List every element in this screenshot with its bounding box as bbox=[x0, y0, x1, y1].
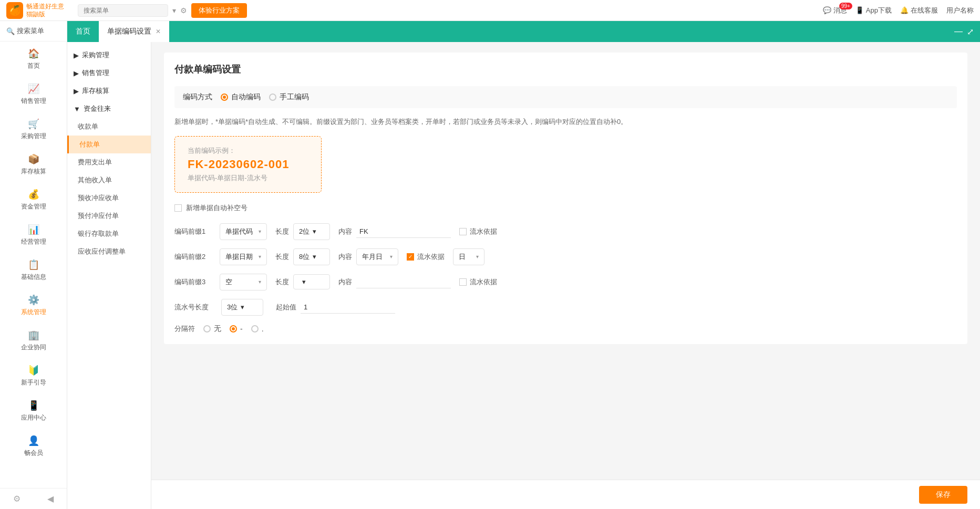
preview-desc: 单据代码-单据日期-流水号 bbox=[188, 173, 308, 183]
sub-menu-header-sales[interactable]: ▶ 销售管理 bbox=[67, 64, 151, 82]
top-search-input[interactable] bbox=[78, 4, 168, 17]
flow-check-1[interactable]: 流水依据 bbox=[459, 227, 497, 236]
sidebar-item-home[interactable]: 🏠 首页 bbox=[0, 41, 67, 77]
online-service-button[interactable]: 🔔 在线客服 bbox=[900, 6, 938, 15]
trial-button[interactable]: 体验行业方案 bbox=[191, 3, 247, 18]
separator-row: 分隔符 无 - . bbox=[174, 324, 957, 334]
serial-start: 起始值 bbox=[276, 301, 395, 314]
sidebar-item-enterprise[interactable]: 🏢 企业协同 bbox=[0, 323, 67, 358]
sub-menu-item-bank-deposit[interactable]: 银行存取款单 bbox=[67, 225, 151, 243]
basic-icon: 📋 bbox=[28, 259, 39, 271]
prefix2-select[interactable]: 单据日期 ▾ bbox=[220, 248, 267, 265]
auto-fill-checkbox[interactable] bbox=[174, 204, 182, 212]
sub-menu-item-other-income[interactable]: 其他收入单 bbox=[67, 171, 151, 189]
content2-select[interactable]: 年月日 ▾ bbox=[356, 248, 398, 265]
top-bar-right: 💬 消息 99+ 📱 App下载 🔔 在线客服 用户名称 bbox=[823, 6, 974, 15]
flow-checkbox-3[interactable] bbox=[459, 278, 467, 286]
sidebar-item-appstore[interactable]: 📱 应用中心 bbox=[0, 393, 67, 429]
flow-checkbox-1[interactable] bbox=[459, 228, 467, 235]
config-length-2: 长度 8位 ▾ bbox=[275, 248, 330, 265]
sidebar-search[interactable]: 🔍 搜索菜单 bbox=[0, 21, 67, 41]
separator-dash-radio[interactable]: - bbox=[230, 325, 243, 333]
sidebar-item-guide[interactable]: 🔰 新手引导 bbox=[0, 358, 67, 393]
content1-input[interactable] bbox=[356, 225, 451, 238]
serial-start-input[interactable] bbox=[301, 301, 395, 314]
preview-code: FK-20230602-001 bbox=[188, 158, 308, 171]
sub-menu-item-prepay-receivable[interactable]: 预收冲应收单 bbox=[67, 189, 151, 207]
auto-encode-radio[interactable]: 自动编码 bbox=[221, 92, 261, 102]
length2-select[interactable]: 8位 ▾ bbox=[293, 248, 330, 265]
operation-icon: 📊 bbox=[28, 224, 39, 235]
tab-encode-settings[interactable]: 单据编码设置 ✕ bbox=[99, 21, 169, 42]
logo-icon: 🍊 bbox=[6, 2, 23, 19]
chevron-right-icon-sales: ▶ bbox=[74, 69, 79, 77]
sidebar-item-purchase[interactable]: 🛒 采购管理 bbox=[0, 112, 67, 147]
prefix2-value: 单据日期 bbox=[225, 252, 255, 262]
chevron-down-icon[interactable]: ▾ bbox=[172, 6, 176, 15]
length1-arrow-icon: ▾ bbox=[313, 227, 316, 235]
tab-expand: — ⤢ bbox=[954, 27, 980, 37]
member-icon: 👤 bbox=[28, 435, 39, 446]
prefix1-select[interactable]: 单据代码 ▾ bbox=[220, 223, 267, 240]
sidebar-item-system[interactable]: ⚙️ 系统管理 bbox=[0, 288, 67, 323]
tab-bar: 首页 单据编码设置 ✕ — ⤢ bbox=[67, 21, 980, 42]
config-content-3: 内容 bbox=[338, 276, 451, 288]
flow-extra-2-select[interactable]: 日 ▾ bbox=[453, 248, 484, 265]
config-row-1: 编码前缀1 单据代码 ▾ 长度 2位 ▾ bbox=[174, 223, 957, 240]
message-button[interactable]: 💬 消息 99+ bbox=[823, 6, 847, 15]
sidebar-settings-icon[interactable]: ⚙ bbox=[13, 494, 20, 504]
bottom-bar: 保存 bbox=[151, 480, 980, 509]
tab-expand-icon[interactable]: ⤢ bbox=[967, 27, 974, 37]
sub-menu-item-receipt[interactable]: 收款单 bbox=[67, 118, 151, 136]
inner-layout: ▶ 采购管理 ▶ 销售管理 ▶ 库存核算 bbox=[67, 42, 980, 509]
sidebar-item-member[interactable]: 👤 畅会员 bbox=[0, 429, 67, 464]
separator-none-dot bbox=[203, 325, 211, 333]
sidebar-item-basic[interactable]: 📋 基础信息 bbox=[0, 253, 67, 288]
sub-menu-item-expense[interactable]: 费用支出单 bbox=[67, 153, 151, 171]
length1-select[interactable]: 2位 ▾ bbox=[293, 223, 330, 240]
tab-minimize-icon[interactable]: — bbox=[954, 27, 963, 36]
finance-icon: 💰 bbox=[28, 189, 39, 200]
purchase-icon: 🛒 bbox=[28, 118, 39, 130]
content-wrapper: 付款单编码设置 编码方式 自动编码 手 bbox=[151, 42, 980, 509]
sub-menu-item-adjust[interactable]: 应收应付调整单 bbox=[67, 243, 151, 261]
sidebar-item-sales[interactable]: 📈 销售管理 bbox=[0, 77, 67, 112]
sub-menu-item-payment[interactable]: 付款单 bbox=[67, 136, 151, 153]
content3-input[interactable] bbox=[356, 276, 451, 288]
sub-menu-header-finance[interactable]: ▼ 资金往来 bbox=[67, 100, 151, 118]
flow-checkbox-2[interactable]: ✓ bbox=[407, 253, 414, 261]
sub-menu-header-inventory[interactable]: ▶ 库存核算 bbox=[67, 82, 151, 100]
serial-length-select[interactable]: 3位 ▾ bbox=[221, 299, 263, 316]
sub-menu-item-prepay-payable[interactable]: 预付冲应付单 bbox=[67, 207, 151, 225]
save-button[interactable]: 保存 bbox=[919, 486, 967, 504]
length3-select[interactable]: ▾ bbox=[293, 274, 330, 289]
tab-home[interactable]: 首页 bbox=[67, 21, 99, 42]
sidebar-bottom: ⚙ ◀ bbox=[0, 488, 67, 509]
settings-icon[interactable]: ⚙ bbox=[180, 6, 187, 15]
message-icon: 💬 bbox=[823, 6, 831, 14]
sidebar-collapse-icon[interactable]: ◀ bbox=[47, 494, 54, 504]
left-sidebar: 🔍 搜索菜单 🏠 首页 📈 销售管理 🛒 采购管理 📦 库存核算 💰 资金管理 … bbox=[0, 21, 67, 509]
tab-close-icon[interactable]: ✕ bbox=[156, 28, 161, 35]
user-menu[interactable]: 用户名称 bbox=[946, 6, 974, 15]
encode-method-row: 编码方式 自动编码 手工编码 bbox=[174, 86, 957, 108]
sidebar-item-finance[interactable]: 💰 资金管理 bbox=[0, 182, 67, 217]
appstore-icon: 📱 bbox=[28, 400, 39, 411]
sub-menu-finance: ▼ 资金往来 收款单 付款单 费用支出单 其他收入单 预收冲应收单 预付冲应付单… bbox=[67, 100, 151, 261]
config-length-3: 长度 ▾ bbox=[275, 274, 330, 289]
sub-menu-header-purchase[interactable]: ▶ 采购管理 bbox=[67, 46, 151, 64]
separator-dot-radio[interactable]: . bbox=[251, 325, 264, 333]
prefix1-value: 单据代码 bbox=[225, 227, 255, 236]
flow-check-3[interactable]: 流水依据 bbox=[459, 277, 497, 287]
sidebar-item-inventory[interactable]: 📦 库存核算 bbox=[0, 147, 67, 182]
prefix3-select[interactable]: 空 ▾ bbox=[220, 274, 267, 290]
app-download-button[interactable]: 📱 App下载 bbox=[855, 6, 892, 15]
manual-encode-radio[interactable]: 手工编码 bbox=[269, 92, 309, 102]
manual-encode-radio-dot bbox=[269, 94, 276, 101]
separator-none-radio[interactable]: 无 bbox=[203, 324, 221, 334]
length2-label: 长度 bbox=[275, 252, 289, 262]
sub-sidebar: ▶ 采购管理 ▶ 销售管理 ▶ 库存核算 bbox=[67, 42, 151, 509]
main-content: 付款单编码设置 编码方式 自动编码 手 bbox=[151, 42, 980, 480]
top-bar-middle: ▾ ⚙ 体验行业方案 bbox=[78, 3, 819, 18]
sidebar-item-operation[interactable]: 📊 经营管理 bbox=[0, 217, 67, 253]
